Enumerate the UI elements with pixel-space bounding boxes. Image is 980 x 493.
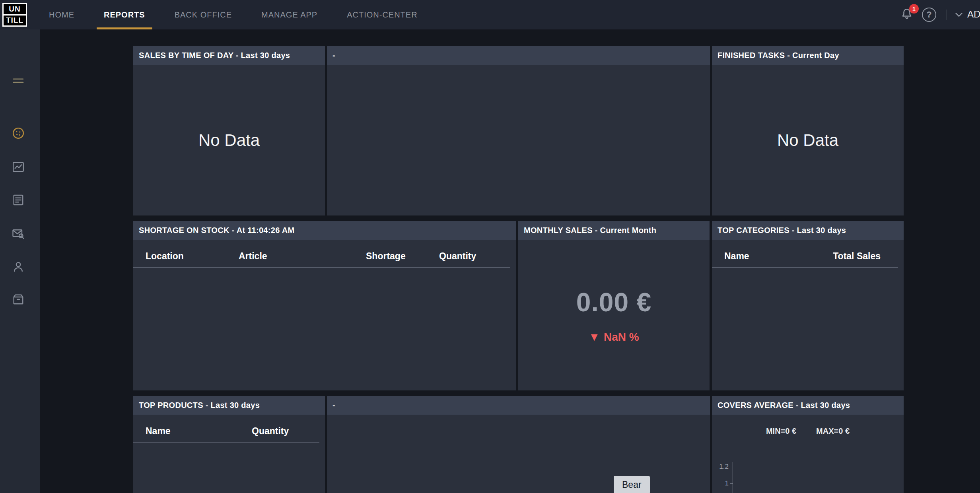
untill-logo[interactable]: UN TILL: [2, 3, 27, 27]
sidebar-item-sales-report[interactable]: [10, 158, 27, 176]
nav-divider: [947, 10, 947, 20]
column-header-name: Name: [146, 426, 252, 437]
card-untitled-top: -: [327, 46, 710, 215]
covers-minmax: MIN=0 € MAX=0 €: [712, 415, 904, 436]
sidebar-item-mail-search[interactable]: [10, 225, 27, 243]
card-sales-by-time: SALES BY TIME OF DAY - Last 30 days No D…: [133, 46, 325, 215]
monthly-sales-amount: 0.00 €: [576, 287, 652, 317]
card-covers-average: COVERS AVERAGE - Last 30 days MIN=0 € MA…: [712, 396, 904, 493]
document-icon: [11, 193, 25, 207]
sidebar-item-reports-doc[interactable]: [10, 191, 27, 209]
sidebar-item-dashboard[interactable]: [10, 124, 27, 142]
table-header-row: Name Quantity: [133, 415, 319, 443]
notifications-button[interactable]: 1: [900, 7, 915, 22]
sidebar-menu-toggle[interactable]: [10, 72, 27, 90]
top-navigation: UN TILL HOME REPORTS BACK OFFICE MANAGE …: [0, 0, 980, 29]
nav-item-home[interactable]: HOME: [42, 0, 82, 29]
card-title: TOP CATEGORIES - Last 30 days: [712, 221, 904, 240]
dashboard-icon: [11, 126, 25, 140]
sales-chart-icon: [11, 160, 25, 174]
card-title: -: [327, 396, 710, 415]
card-title: TOP PRODUCTS - Last 30 days: [133, 396, 325, 415]
nav-item-reports[interactable]: REPORTS: [97, 0, 152, 29]
monthly-sales-delta: ▼ NaN %: [589, 331, 639, 344]
column-header-article: Article: [239, 251, 366, 262]
sidebar-item-customers[interactable]: [10, 258, 27, 276]
card-title: MONTHLY SALES - Current Month: [518, 221, 710, 240]
card-title: SHORTAGE ON STOCK - At 11:04:26 AM: [133, 221, 516, 240]
column-header-quantity: Quantity: [439, 251, 505, 262]
app-screen: UN TILL HOME REPORTS BACK OFFICE MANAGE …: [0, 0, 980, 493]
user-menu-chevron[interactable]: [953, 9, 965, 21]
card-top-products: TOP PRODUCTS - Last 30 days Name Quantit…: [133, 396, 325, 493]
main-nav: HOME REPORTS BACK OFFICE MANAGE APP ACTI…: [42, 0, 425, 29]
nav-item-action-center[interactable]: ACTION-CENTER: [340, 0, 424, 29]
menu-icon: [11, 74, 25, 88]
chart-legend-bear[interactable]: Bear: [614, 476, 650, 493]
table-header-row: Location Article Shortage Quantity: [133, 240, 510, 268]
person-icon: [11, 260, 25, 274]
column-header-quantity: Quantity: [252, 426, 289, 437]
chevron-down-icon: [953, 9, 965, 21]
left-sidebar: [0, 29, 40, 493]
card-title: -: [327, 46, 710, 65]
nav-item-manage-app[interactable]: MANAGE APP: [254, 0, 325, 29]
card-shortage-on-stock: SHORTAGE ON STOCK - At 11:04:26 AM Locat…: [133, 221, 516, 390]
card-top-categories: TOP CATEGORIES - Last 30 days Name Total…: [712, 221, 904, 390]
card-finished-tasks: FINISHED TASKS - Current Day No Data: [712, 46, 904, 215]
notification-badge: 1: [909, 4, 919, 14]
column-header-total-sales: Total Sales: [833, 251, 881, 262]
active-tab-underline: [97, 27, 152, 29]
no-data-text: No Data: [712, 65, 904, 215]
table-header-row: Name Total Sales: [712, 240, 898, 268]
user-account-label[interactable]: AD: [967, 9, 980, 20]
sidebar-item-inventory[interactable]: [10, 291, 27, 308]
covers-max-label: MAX=0 €: [816, 427, 850, 436]
card-monthly-sales: MONTHLY SALES - Current Month 0.00 € ▼ N…: [518, 221, 710, 390]
y-tick-label: 1.2: [712, 463, 729, 471]
mail-search-icon: [11, 227, 25, 241]
column-header-name: Name: [724, 251, 749, 262]
covers-min-label: MIN=0 €: [766, 427, 796, 436]
no-data-text: No Data: [133, 65, 325, 215]
column-header-location: Location: [146, 251, 239, 262]
column-header-shortage: Shortage: [366, 251, 439, 262]
delta-down-icon: ▼: [589, 331, 600, 344]
card-untitled-bottom: - Bear: [327, 396, 710, 493]
nav-item-back-office[interactable]: BACK OFFICE: [167, 0, 239, 29]
question-icon: ?: [926, 10, 931, 20]
help-button[interactable]: ?: [922, 8, 936, 22]
card-title: FINISHED TASKS - Current Day: [712, 46, 904, 65]
logo-line1: UN: [4, 4, 26, 16]
logo-line2: TILL: [4, 16, 26, 26]
card-title: COVERS AVERAGE - Last 30 days: [712, 396, 904, 415]
delta-text: NaN %: [604, 331, 639, 344]
box-icon: [11, 292, 25, 307]
card-title: SALES BY TIME OF DAY - Last 30 days: [133, 46, 325, 65]
y-tick-label: 1: [712, 479, 729, 487]
